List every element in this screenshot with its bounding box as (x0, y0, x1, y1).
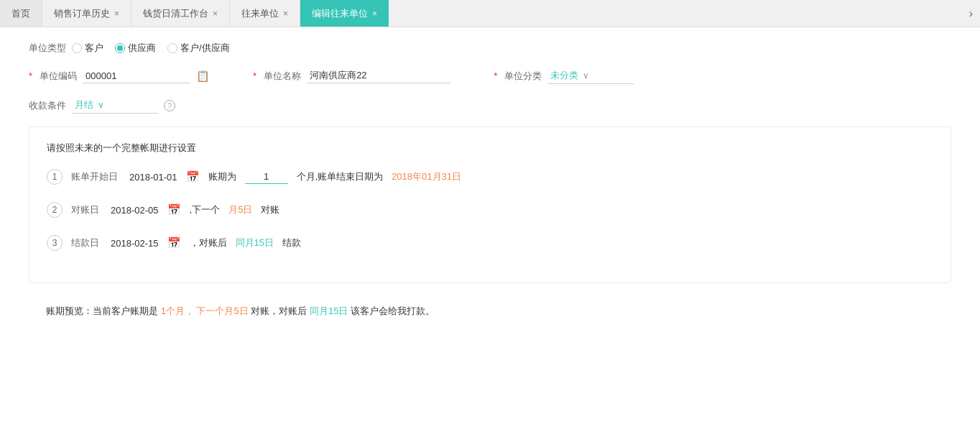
main-content: 单位类型 客户 供应商 客户/供应商 * 单位编码 (0, 27, 980, 437)
step3-date: 2018-02-15 (111, 238, 159, 249)
unit-code-copy-icon[interactable]: 📋 (196, 70, 210, 83)
tab-cash-workbench-close[interactable]: × (213, 9, 218, 18)
unit-name-star: * (253, 70, 256, 81)
unit-code-label: 单位编码 (40, 70, 77, 83)
payment-terms-row: 收款条件 月结 ∨ ? (29, 97, 951, 114)
unit-info-row: * 单位编码 📋 * 单位名称 * 单位分类 未分类 ∨ (29, 68, 951, 84)
step1-label: 账单开始日 (71, 170, 118, 183)
unit-category-star: * (494, 70, 497, 81)
unit-category-group: * 单位分类 未分类 ∨ (494, 68, 634, 84)
radio-group: 客户 供应商 客户/供应商 (72, 42, 230, 55)
preview-label: 账期预览：当前客户账期是 (46, 305, 158, 316)
unit-type-group: 单位类型 客户 供应商 客户/供应商 (29, 42, 230, 55)
step1-calendar-icon[interactable]: 📅 (186, 170, 200, 183)
unit-name-group: * 单位名称 (253, 69, 450, 83)
step2-num: 2 (47, 202, 63, 218)
unit-type-row: 单位类型 客户 供应商 客户/供应商 (29, 42, 951, 55)
settings-card: 请按照未来的一个完整帐期进行设置 1 账单开始日 2018-01-01 📅 账期… (29, 126, 951, 283)
tab-contacts-label: 往来单位 (241, 7, 279, 20)
tab-cash-workbench-label: 钱货日清工作台 (143, 7, 208, 20)
unit-category-dropdown[interactable]: 未分类 ∨ (547, 68, 634, 84)
radio-supplier-label: 供应商 (128, 42, 156, 55)
preview-part1: 1个月， (161, 305, 194, 316)
tab-edit-contact-label: 编辑往来单位 (312, 7, 368, 20)
unit-code-star: * (29, 70, 32, 81)
payment-terms-arrow-icon: ∨ (98, 100, 104, 110)
step3-desc-prefix: ，对账后 (190, 236, 227, 249)
tab-expand-btn[interactable]: › (962, 0, 980, 27)
unit-category-value: 未分类 (550, 69, 578, 82)
preview-bar: 账期预览：当前客户账期是 1个月， 下一个月5日 对账，对账后 同月15日 该客… (29, 295, 951, 328)
tab-contacts[interactable]: 往来单位 × (230, 0, 300, 27)
step3-label: 结款日 (71, 236, 99, 249)
step2-desc-suffix: 对账 (261, 203, 279, 216)
step3-desc-highlight: 同月15日 (236, 236, 274, 249)
step2-label: 对账日 (71, 203, 99, 216)
tab-cash-workbench[interactable]: 钱货日清工作台 × (131, 0, 230, 27)
preview-part5: 该客户会给我打款。 (351, 305, 435, 316)
tab-edit-contact[interactable]: 编辑往来单位 × (300, 0, 389, 27)
tab-bar: 首页 销售订单历史 × 钱货日清工作台 × 往来单位 × 编辑往来单位 × › (0, 0, 980, 27)
step1-period-label: 账期为 (208, 170, 236, 183)
tab-sales-history-label: 销售订单历史 (54, 7, 110, 20)
settings-card-title: 请按照未来的一个完整帐期进行设置 (47, 142, 933, 155)
preview-part2: 下一个月5日 (196, 305, 248, 316)
unit-category-arrow-icon: ∨ (583, 70, 589, 80)
tab-home[interactable]: 首页 (0, 0, 42, 27)
payment-terms-value: 月结 (75, 98, 93, 111)
radio-both[interactable]: 客户/供应商 (167, 42, 230, 55)
radio-both-circle (167, 43, 177, 53)
tab-edit-contact-close[interactable]: × (372, 9, 377, 18)
radio-customer[interactable]: 客户 (72, 42, 103, 55)
unit-name-input[interactable] (307, 69, 450, 83)
step1-date: 2018-01-01 (129, 172, 177, 183)
payment-terms-help-icon[interactable]: ? (164, 100, 175, 111)
radio-supplier[interactable]: 供应商 (115, 42, 156, 55)
preview-part4: 同月15日 (310, 305, 348, 316)
radio-customer-circle (72, 43, 82, 53)
step3-calendar-icon[interactable]: 📅 (167, 236, 181, 249)
unit-name-label: 单位名称 (264, 70, 301, 83)
step1-period-input[interactable] (245, 170, 288, 184)
step2-desc-prefix: ,下一个 (190, 203, 221, 216)
step2-date: 2018-02-05 (111, 205, 159, 216)
tab-contacts-close[interactable]: × (283, 9, 288, 18)
step3-num: 3 (47, 235, 63, 251)
step1-period-end: 2018年01月31日 (392, 170, 461, 183)
tab-sales-history-close[interactable]: × (114, 9, 119, 18)
preview-part3: 对账，对账后 (251, 305, 307, 316)
step3-row: 3 结款日 2018-02-15 📅 ，对账后 同月15日 结款 (47, 235, 933, 251)
step2-row: 2 对账日 2018-02-05 📅 ,下一个 月5日 对账 (47, 202, 933, 218)
tab-home-label: 首页 (11, 7, 30, 20)
tab-sales-history[interactable]: 销售订单历史 × (42, 0, 131, 27)
payment-terms-group: 收款条件 月结 ∨ ? (29, 97, 175, 114)
radio-supplier-circle (115, 43, 125, 53)
unit-code-input[interactable] (83, 69, 190, 83)
step2-desc-highlight: 月5日 (228, 203, 252, 216)
step1-num: 1 (47, 169, 63, 185)
radio-both-label: 客户/供应商 (180, 42, 230, 55)
step3-desc-suffix: 结款 (282, 236, 301, 249)
radio-customer-label: 客户 (85, 42, 103, 55)
payment-terms-label: 收款条件 (29, 99, 66, 112)
unit-category-label: 单位分类 (504, 70, 542, 83)
step1-period-unit: 个月,账单结束日期为 (297, 170, 384, 183)
step2-calendar-icon[interactable]: 📅 (167, 203, 181, 216)
payment-terms-dropdown[interactable]: 月结 ∨ (72, 97, 158, 114)
unit-code-group: * 单位编码 📋 (29, 69, 210, 83)
step1-row: 1 账单开始日 2018-01-01 📅 账期为 个月,账单结束日期为 2018… (47, 169, 933, 185)
unit-type-label: 单位类型 (29, 42, 66, 55)
